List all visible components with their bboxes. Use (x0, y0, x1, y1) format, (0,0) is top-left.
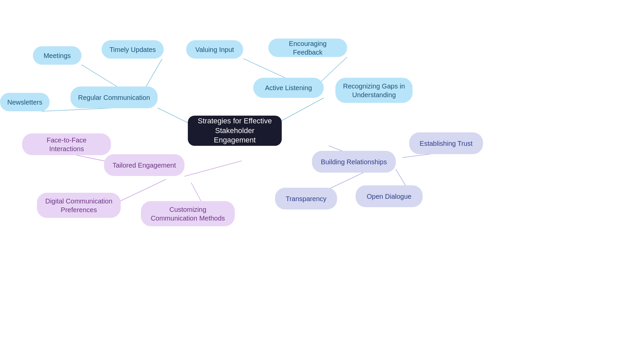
node-recognizing-gaps: Recognizing Gaps in Understanding (335, 78, 413, 103)
node-meetings: Meetings (33, 46, 82, 65)
node-transparency: Transparency (275, 188, 337, 209)
node-timely-updates: Timely Updates (102, 40, 164, 59)
node-active-listening: Active Listening (253, 78, 324, 98)
svg-line-1 (282, 98, 324, 121)
node-customizing-comm: Customizing Communication Methods (141, 201, 235, 226)
node-digital-comm: Digital Communication Preferences (37, 193, 121, 218)
node-open-dialogue: Open Dialogue (356, 185, 423, 207)
node-building-relationships: Building Relationships (312, 151, 396, 173)
svg-line-6 (42, 108, 114, 111)
svg-line-2 (184, 161, 241, 176)
node-regular-communication: Regular Communication (70, 86, 158, 108)
node-valuing-input: Valuing Input (186, 40, 243, 59)
node-newsletters: Newsletters (0, 93, 50, 111)
node-tailored-engagement: Tailored Engagement (104, 154, 184, 176)
node-establishing-trust: Establishing Trust (409, 132, 483, 154)
node-encouraging-feedback: Encouraging Feedback (268, 39, 347, 57)
node-face-to-face: Face-to-Face Interactions (22, 133, 111, 155)
center-node: Strategies for Effective Stakeholder Eng… (188, 116, 282, 146)
